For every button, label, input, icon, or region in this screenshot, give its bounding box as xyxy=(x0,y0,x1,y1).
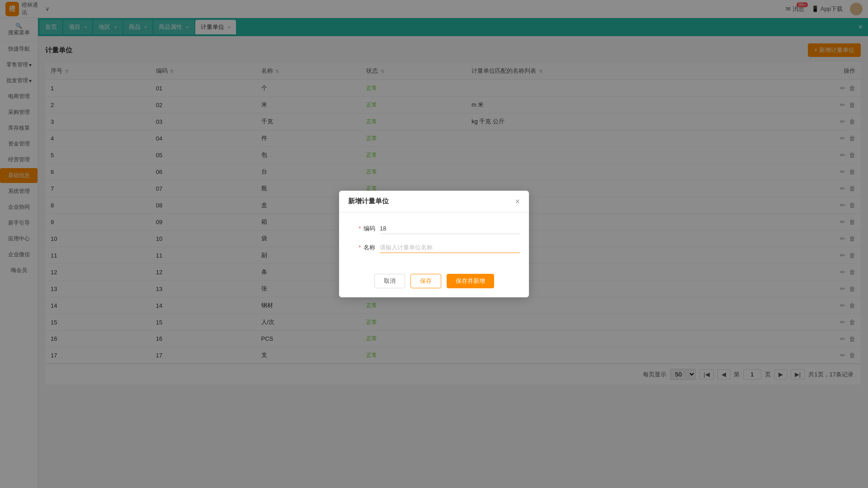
modal-title: 新增计量单位 xyxy=(348,197,389,206)
modal-overlay: 新增计量单位 × * 编码 * 名称 取消 保存 保存并新增 xyxy=(0,0,868,488)
modal-close-btn[interactable]: × xyxy=(515,197,520,206)
modal-header: 新增计量单位 × xyxy=(339,191,529,212)
form-row-code: * 编码 xyxy=(348,223,520,234)
modal-body: * 编码 * 名称 xyxy=(339,212,529,268)
name-label: * 名称 xyxy=(348,244,375,252)
cancel-button[interactable]: 取消 xyxy=(374,274,405,288)
save-button[interactable]: 保存 xyxy=(410,274,441,288)
required-star2: * xyxy=(359,244,361,251)
add-unit-modal: 新增计量单位 × * 编码 * 名称 取消 保存 保存并新增 xyxy=(339,191,529,297)
name-input[interactable] xyxy=(380,242,520,253)
required-star: * xyxy=(359,225,361,232)
code-label: * 编码 xyxy=(348,225,375,233)
form-row-name: * 名称 xyxy=(348,242,520,253)
save-add-button[interactable]: 保存并新增 xyxy=(447,274,494,288)
code-input[interactable] xyxy=(380,223,520,234)
modal-footer: 取消 保存 保存并新增 xyxy=(339,268,529,297)
